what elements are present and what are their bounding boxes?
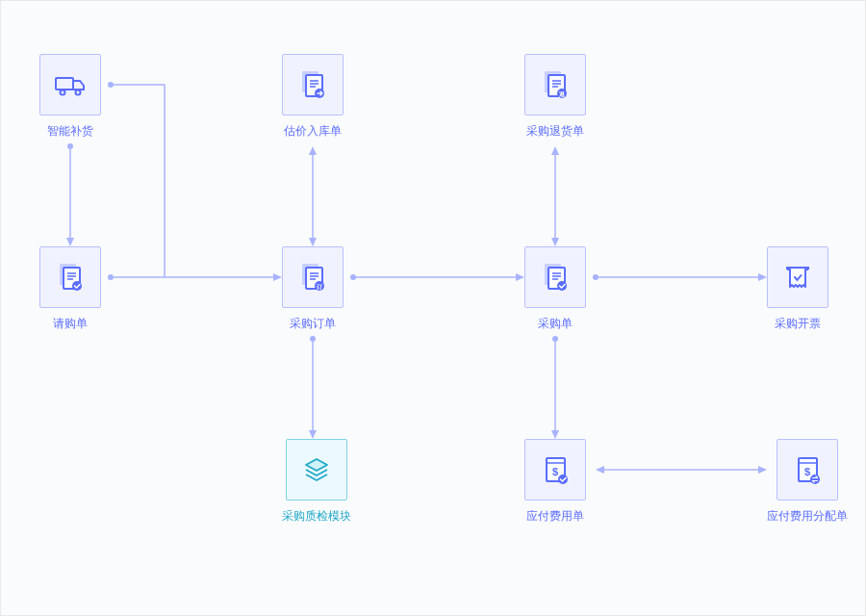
node-label: 估价入库单 bbox=[284, 123, 342, 140]
svg-text:$: $ bbox=[552, 466, 558, 477]
svg-point-30 bbox=[76, 90, 81, 95]
flow-diagram: 智能补货 估价入库单 退 bbox=[0, 0, 866, 616]
svg-point-29 bbox=[61, 90, 65, 95]
node-box: 退 bbox=[524, 54, 586, 116]
document-check-icon bbox=[54, 261, 87, 294]
svg-point-6 bbox=[108, 82, 114, 88]
svg-text:$: $ bbox=[804, 466, 810, 477]
node-label: 采购订单 bbox=[290, 316, 336, 332]
node-box bbox=[282, 54, 344, 116]
node-box bbox=[524, 246, 586, 308]
truck-icon bbox=[54, 68, 87, 101]
node-label: 采购开票 bbox=[775, 316, 821, 332]
node-box: $ bbox=[777, 439, 838, 500]
svg-marker-18 bbox=[551, 238, 559, 246]
svg-point-19 bbox=[593, 274, 599, 280]
svg-point-10 bbox=[350, 274, 356, 280]
document-dollar-swap-icon: $ bbox=[791, 453, 824, 486]
node-quality-module[interactable]: 采购质检模块 bbox=[282, 439, 351, 525]
svg-text:订: 订 bbox=[316, 283, 322, 290]
node-label: 请购单 bbox=[53, 316, 88, 332]
svg-marker-2 bbox=[66, 238, 74, 246]
node-label: 采购退货单 bbox=[526, 123, 584, 140]
svg-point-62 bbox=[557, 281, 567, 291]
svg-marker-12 bbox=[516, 273, 524, 281]
node-label: 应付费用分配单 bbox=[767, 508, 848, 525]
node-estimate-receipt[interactable]: 估价入库单 bbox=[282, 54, 344, 140]
node-purchase-order[interactable]: 订 采购订单 bbox=[282, 246, 344, 332]
document-check-icon bbox=[539, 261, 572, 294]
node-label: 采购单 bbox=[538, 316, 573, 332]
svg-point-3 bbox=[108, 274, 114, 280]
node-smart-restock[interactable]: 智能补货 bbox=[39, 54, 101, 140]
node-purchase-return[interactable]: 退 采购退货单 bbox=[524, 54, 586, 140]
node-box bbox=[286, 439, 347, 500]
document-order-icon: 订 bbox=[296, 261, 329, 294]
connectors-layer bbox=[1, 1, 866, 616]
svg-text:退: 退 bbox=[558, 90, 566, 97]
node-box bbox=[767, 246, 828, 308]
svg-marker-5 bbox=[273, 273, 282, 281]
svg-point-0 bbox=[67, 143, 73, 149]
node-box: 订 bbox=[282, 246, 344, 308]
svg-marker-25 bbox=[596, 466, 604, 474]
svg-marker-9 bbox=[309, 238, 317, 246]
svg-point-70 bbox=[810, 475, 820, 484]
receipt-icon bbox=[781, 261, 814, 294]
layers-icon bbox=[300, 453, 333, 486]
node-label: 智能补货 bbox=[47, 123, 93, 140]
svg-marker-7 bbox=[309, 146, 317, 155]
svg-point-22 bbox=[552, 336, 558, 342]
svg-rect-28 bbox=[56, 78, 73, 90]
svg-marker-16 bbox=[551, 146, 559, 155]
node-purchase-invoice[interactable]: 采购开票 bbox=[767, 246, 828, 332]
node-label: 应付费用单 bbox=[526, 508, 584, 525]
svg-point-13 bbox=[310, 336, 316, 342]
node-purchase-slip[interactable]: 采购单 bbox=[524, 246, 586, 332]
svg-point-66 bbox=[558, 475, 568, 484]
document-dollar-check-icon: $ bbox=[539, 453, 572, 486]
document-return-icon: 退 bbox=[539, 68, 572, 101]
svg-marker-27 bbox=[758, 466, 767, 474]
document-arrow-icon bbox=[296, 68, 329, 101]
node-payable-expense[interactable]: $ 应付费用单 bbox=[524, 439, 586, 525]
node-box bbox=[39, 246, 101, 308]
node-requisition[interactable]: 请购单 bbox=[39, 246, 101, 332]
node-box bbox=[39, 54, 101, 116]
node-label: 采购质检模块 bbox=[282, 508, 351, 525]
svg-marker-15 bbox=[309, 430, 317, 439]
node-expense-allocation[interactable]: $ 应付费用分配单 bbox=[767, 439, 848, 525]
svg-marker-24 bbox=[551, 430, 559, 439]
svg-marker-21 bbox=[758, 273, 767, 281]
node-box: $ bbox=[524, 439, 586, 500]
svg-point-49 bbox=[72, 281, 82, 291]
